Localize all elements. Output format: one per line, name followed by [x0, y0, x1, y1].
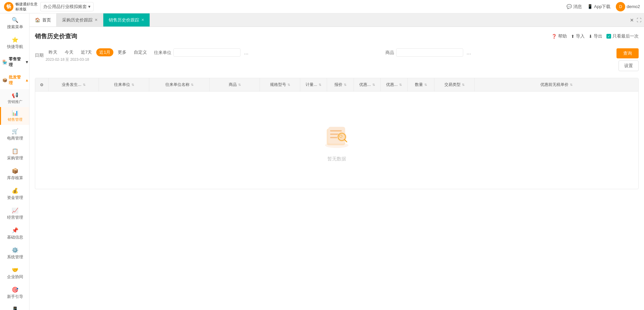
- app-download-btn[interactable]: 📱 App下载: [587, 4, 610, 10]
- sort-icon: ⇅: [287, 83, 290, 87]
- avatar: D: [616, 2, 625, 11]
- tab-purchase-history[interactable]: 采购历史价跟踪 ✕: [57, 13, 103, 27]
- sidebar-item-marketing[interactable]: 📢 营销推广: [0, 89, 29, 107]
- th-unit-name[interactable]: 往来单位名称 ⇅: [149, 78, 210, 91]
- tab-sales-history-close[interactable]: ✕: [141, 18, 144, 22]
- sidebar-item-label: 新手引导: [7, 294, 23, 300]
- sidebar-item-finance[interactable]: 💰 资金管理: [0, 184, 29, 204]
- user-area[interactable]: D demo2: [616, 2, 640, 11]
- th-trade-type[interactable]: 交易类型 ⇅: [434, 78, 475, 91]
- th-discount1[interactable]: 优惠... ⇅: [354, 78, 381, 91]
- th-unit-name-label: 往来单位名称: [165, 82, 190, 88]
- import-btn[interactable]: ⬆ 导入: [571, 33, 585, 39]
- sidebar-item-sales-mgmt[interactable]: 📊 销售管理: [0, 107, 29, 125]
- svg-rect-3: [330, 130, 342, 132]
- close-window-icon[interactable]: ✕: [630, 17, 634, 23]
- tab-purchase-history-close[interactable]: ✕: [95, 18, 98, 22]
- sidebar: 🔍 搜索菜单 ⭐ 快捷导航 🏪 零售管理 ▾ 📦 批发管理 ▴ 📢 营销推广 📊…: [0, 13, 30, 310]
- only-last-label: 只看最后一次: [612, 33, 639, 39]
- star-icon: ⭐: [12, 37, 18, 43]
- tab-sales-history-label: 销售历史价跟踪: [109, 17, 139, 23]
- sidebar-item-purchase[interactable]: 📋 采购管理: [0, 145, 29, 164]
- empty-state: 暂无数据: [35, 92, 638, 189]
- sidebar-item-system[interactable]: ⚙️ 系统管理: [0, 244, 29, 263]
- th-goods[interactable]: 商品 ⇅: [210, 78, 260, 91]
- th-measure[interactable]: 计量... ⇅: [300, 78, 327, 91]
- sidebar-item-retail[interactable]: 🏪 零售管理 ▾: [0, 53, 29, 71]
- import-label: 导入: [576, 33, 585, 39]
- th-spec[interactable]: 规格型号 ⇅: [260, 78, 300, 91]
- sidebar-item-label: 企业协同: [7, 274, 23, 280]
- help-icon: ❓: [551, 34, 557, 39]
- th-spec-label: 规格型号: [270, 82, 286, 88]
- export-btn[interactable]: ⬇ 导出: [589, 33, 602, 39]
- th-biz-date[interactable]: 业务发生... ⇅: [49, 78, 99, 91]
- unit-input[interactable]: [173, 48, 240, 57]
- sort-icon: ⇅: [131, 83, 134, 87]
- help-label: 帮助: [558, 33, 567, 39]
- export-label: 导出: [594, 33, 602, 39]
- message-label: 消息: [573, 4, 582, 10]
- sidebar-item-basic[interactable]: 📌 基础信息: [0, 224, 29, 244]
- enterprise-icon: 🤝: [12, 267, 18, 273]
- query-button[interactable]: 查询: [616, 48, 639, 58]
- sidebar-item-guide[interactable]: 🎯 新手引导: [0, 283, 29, 303]
- th-qty-label: 数量: [415, 82, 423, 88]
- sidebar-item-label: 采购管理: [7, 155, 23, 161]
- sidebar-item-app-center[interactable]: 📱 应用中心: [0, 303, 29, 310]
- tab-purchase-history-label: 采购历史价跟踪: [62, 17, 93, 23]
- tab-bar-right: ✕ ⛶: [630, 17, 644, 23]
- marketing-icon: 📢: [12, 92, 18, 98]
- ecom-icon: 🛒: [12, 128, 18, 135]
- date-btn-yesterday[interactable]: 昨天: [46, 48, 60, 56]
- th-quote[interactable]: 报价 ⇅: [327, 78, 354, 91]
- date-btn-last1m[interactable]: 近1月: [96, 48, 113, 56]
- sidebar-item-search[interactable]: 🔍 搜索菜单: [0, 13, 29, 33]
- tab-home[interactable]: 🏠 首页: [30, 13, 57, 27]
- goods-dots-btn[interactable]: ...: [465, 50, 472, 56]
- settings-icon: ⚙: [40, 83, 44, 87]
- th-discount2[interactable]: 优惠... ⇅: [381, 78, 408, 91]
- unit-dots-btn[interactable]: ...: [243, 50, 250, 56]
- sidebar-item-operation[interactable]: 📈 经营管理: [0, 204, 29, 224]
- sort-icon: ⇅: [191, 83, 194, 87]
- set-button[interactable]: 设置: [619, 60, 639, 71]
- date-btn-last7[interactable]: 近7天: [78, 48, 95, 56]
- th-qty[interactable]: 数量 ⇅: [408, 78, 434, 91]
- th-settings[interactable]: ⚙: [35, 78, 49, 91]
- sidebar-item-wholesale[interactable]: 📦 批发管理 ▴: [0, 71, 29, 89]
- tab-sales-history[interactable]: 销售历史价跟踪 ✕: [103, 13, 150, 27]
- date-btn-today[interactable]: 今天: [62, 48, 76, 56]
- help-btn[interactable]: ❓ 帮助: [551, 33, 567, 39]
- th-pretax-price[interactable]: 优惠前无税单价 ⇅: [475, 78, 638, 91]
- page-title-row: 销售历史价查询 ❓ 帮助 ⬆ 导入 ⬇ 导出 ✓: [35, 32, 639, 40]
- export-icon: ⬇: [589, 34, 592, 39]
- sidebar-item-label: 经营管理: [7, 215, 23, 220]
- date-btn-custom[interactable]: 自定义: [131, 48, 150, 56]
- filter-date-col: 昨天 今天 近7天 近1月 更多 自定义 2023-02-18 至 2023-0…: [46, 48, 150, 62]
- sidebar-item-enterprise[interactable]: 🤝 企业协同: [0, 263, 29, 283]
- maximize-icon[interactable]: ⛶: [637, 17, 641, 23]
- app-selector[interactable]: 办公用品行业模拟账套 ▾: [40, 2, 94, 11]
- sidebar-item-shortcut[interactable]: ⭐ 快捷导航: [0, 33, 29, 53]
- th-trade-type-label: 交易类型: [444, 82, 461, 88]
- data-table: ⚙ 业务发生... ⇅ 往来单位 ⇅ 往来单位名称 ⇅: [35, 78, 639, 189]
- only-last-checkbox[interactable]: ✓ 只看最后一次: [606, 33, 639, 39]
- sidebar-item-ecom[interactable]: 🛒 电商管理: [0, 125, 29, 145]
- date-label: 日期: [35, 52, 44, 58]
- date-btn-more[interactable]: 更多: [115, 48, 129, 56]
- table-header: ⚙ 业务发生... ⇅ 往来单位 ⇅ 往来单位名称 ⇅: [35, 78, 638, 92]
- top-bar: 畅 畅捷通好生意 标准版 办公用品行业模拟账套 ▾ 💬 消息 📱 App下载 D…: [0, 0, 644, 13]
- date-range-text: 2023-02-18 至 2023-03-18: [46, 57, 150, 62]
- inventory-icon: 📦: [12, 168, 18, 174]
- sidebar-item-inventory[interactable]: 📦 库存核算: [0, 164, 29, 184]
- sales-icon: 📊: [12, 110, 18, 116]
- th-goods-label: 商品: [229, 82, 237, 88]
- goods-label: 商品: [385, 50, 394, 56]
- goods-input[interactable]: [396, 48, 463, 57]
- message-btn[interactable]: 💬 消息: [567, 4, 582, 10]
- empty-text: 暂无数据: [327, 156, 346, 162]
- app-download-label: App下载: [594, 4, 610, 10]
- th-unit-code[interactable]: 往来单位 ⇅: [99, 78, 149, 91]
- sort-icon: ⇅: [462, 83, 465, 87]
